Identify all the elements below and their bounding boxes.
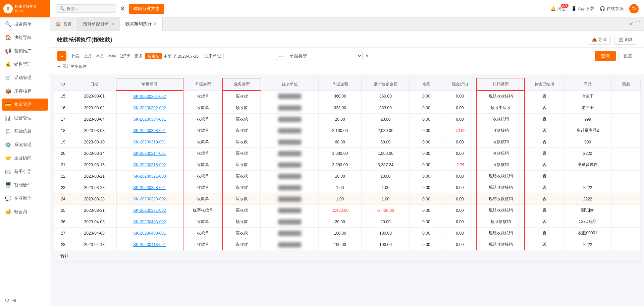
col-header-gear: ⚙ [54,78,73,90]
cell-balance: 0.00 [410,102,443,114]
filter-bar: » 日期 上月 本月 本年 近7天 更多 自定义 不限 至 2023-07-26 [50,48,644,74]
bill-no-link[interactable]: SK-20230403-002 [133,220,166,224]
bill-no-link[interactable]: SK-20230328-002 [133,197,166,201]
topbar-right: 🔔 消息 99+ 📱 App下载 🎧 在线客服 Rit [550,4,639,13]
tab-maximize-icon[interactable]: ⛶ [635,21,641,27]
tab-collect[interactable]: 收款核销执行 ✕ [120,17,163,31]
date-custom-button[interactable]: 自定义 [145,53,162,59]
online-service-button[interactable]: 🎧 在线客服 [600,6,624,12]
cell-date: 2023-03-28 [73,182,116,193]
cell-biz-type: 应收款 [222,90,261,102]
col-header-partner: 往来单位 [261,78,319,90]
sidebar-item-member[interactable]: 👑 畅会员 [0,205,50,219]
bill-no-link[interactable]: SK-20230321-003 [133,174,166,179]
date-filter-group: 日期 上月 本月 本年 近7天 更多 自定义 不限 至 2023-07-26 [72,53,199,60]
query-button[interactable]: 查询 [595,51,616,61]
tab-prepay-close[interactable]: ✕ [111,22,114,26]
bill-no-link[interactable]: SK-20230328-001 [133,185,166,190]
partner-filter-group: 往来单位 ··· [204,52,284,60]
cell-amount: 60.00 [318,136,362,148]
receipt-type-expand-icon[interactable]: ▼ [365,53,370,59]
sidebar-item-system[interactable]: ⚙️ 系统管理 [0,138,50,151]
cell-index: 21 [54,159,73,171]
sidebar-item-wechat[interactable]: 💬 企业微信 [0,192,50,205]
sidebar-item-quicknav[interactable]: 🏠 快捷导航 [0,31,50,44]
filter-toggle-button[interactable]: » [57,51,66,61]
app-download-button[interactable]: 📱 App下载 [571,6,594,12]
sidebar-item-inventory[interactable]: 📦 库存核算 [0,84,50,98]
user-avatar[interactable]: Rit [629,4,639,13]
bill-no-link[interactable]: SK-20230301-002 [133,94,166,99]
sidebar-item-basic[interactable]: 📋 基础信息 [0,125,50,138]
cell-balance: 0.00 [410,228,443,239]
cell-partner: ████████ [261,239,319,250]
date-this-month[interactable]: 本月 [95,53,105,60]
date-last-month[interactable]: 上月 [83,53,93,60]
sidebar-item-finance[interactable]: 💳 资金管理 [2,99,48,111]
sidebar-item-ops[interactable]: 📊 经营管理 [0,111,50,125]
sidebar-item-hardware[interactable]: 🖥️ 智能硬件 [0,178,50,192]
tab-collect-close[interactable]: ✕ [154,21,157,26]
partner-input[interactable] [223,52,277,60]
cell-goods2 [612,102,641,114]
bill-no-link[interactable]: SK-20230331-002 [133,208,166,213]
export-button[interactable]: 📤 导出 [588,35,611,45]
sidebar-item-guide[interactable]: 📖 新手引导 [0,165,50,178]
search-input[interactable] [67,6,107,11]
date-this-year[interactable]: 本年 [107,53,117,60]
cell-goods: 2222 [564,239,612,250]
cell-balance: 0.00 [410,182,443,193]
bill-no-link[interactable]: SK-20230314-001 [133,151,166,156]
cell-goods: 123D商品 [564,216,612,228]
partner-more-icon[interactable]: ··· [279,53,284,60]
cell-biz-type: 应收款 [222,159,261,171]
notification-button[interactable]: 🔔 消息 99+ [550,6,566,12]
cell-discount: 0.00 [443,182,477,193]
receipt-type-select[interactable] [309,52,363,60]
date-7days[interactable]: 近7天 [119,53,132,60]
cell-index: 28 [54,239,73,250]
column-settings-icon[interactable]: ⚙ [61,81,65,87]
bill-no-link[interactable]: SK-20230308-001 [133,128,166,133]
cell-amount: 2,100.00 [318,125,362,136]
cell-cum-cancel: 100.00 [362,239,410,250]
bill-no-link[interactable]: SK-20230302-002 [133,106,166,110]
sidebar-item-corp[interactable]: 🤝 企业协同 [0,151,50,165]
settings-icon[interactable]: ⚙ [120,5,125,12]
cell-amount: 3,390.00 [318,159,362,171]
cell-cancel-type: 收款核销 [477,125,525,136]
col-header-cum: 累计核销金额 [362,78,410,90]
bill-no-link[interactable]: SK-20230310-001 [133,140,166,144]
tab-home[interactable]: 🏠 首页 [50,17,77,31]
cell-date: 2023-03-01 [73,90,116,102]
expand-filter-button[interactable]: ▼ 展开更多条件 [57,62,637,71]
bill-no-link[interactable]: SK-20230418-001 [133,242,166,247]
date-more[interactable]: 更多 [133,53,144,60]
cell-goods2 [612,239,641,250]
cell-incl-settled: 否 [525,193,564,205]
cell-index: 17 [54,114,73,125]
collapse-icon[interactable]: ◀ [12,297,16,303]
tab-prepay[interactable]: 预付单应付单 ✕ [77,17,120,31]
solution-button[interactable]: 体验行业方案 [129,4,164,14]
bill-no-link[interactable]: SK-20230304-001 [133,117,166,122]
col-header-incl: 包含已结清 [525,78,564,90]
cell-goods: 测试jun [564,205,612,216]
cell-balance: 0.00 [410,193,443,205]
settings-bottom-icon[interactable]: ⚙ [5,297,9,303]
col-header-goods2: 商品 [612,78,641,90]
sidebar-item-search[interactable]: 🔍 搜索菜单 [0,17,50,31]
cell-cancel-type: 收款核销 [477,136,525,148]
tab-close-icon[interactable]: ✕ [629,21,633,27]
filter-settings-button[interactable]: 设置 [619,51,637,61]
sidebar-item-sales[interactable]: 💰 销售管理 [0,58,50,71]
inventory-icon: 📦 [5,88,11,94]
bill-no-link[interactable]: SK-20230315-002 [133,163,166,167]
bill-no-link[interactable]: SK-20230408-001 [133,231,166,236]
cell-index: 15 [54,90,73,102]
cell-discount: 0.00 [443,171,477,182]
sidebar-item-purchase[interactable]: 🛒 采购管理 [0,71,50,84]
refresh-button[interactable]: 🔄 刷新 [614,35,637,45]
sidebar-item-marketing[interactable]: 📢 营销推广 [0,44,50,58]
cell-discount: 0.00 [443,239,477,250]
